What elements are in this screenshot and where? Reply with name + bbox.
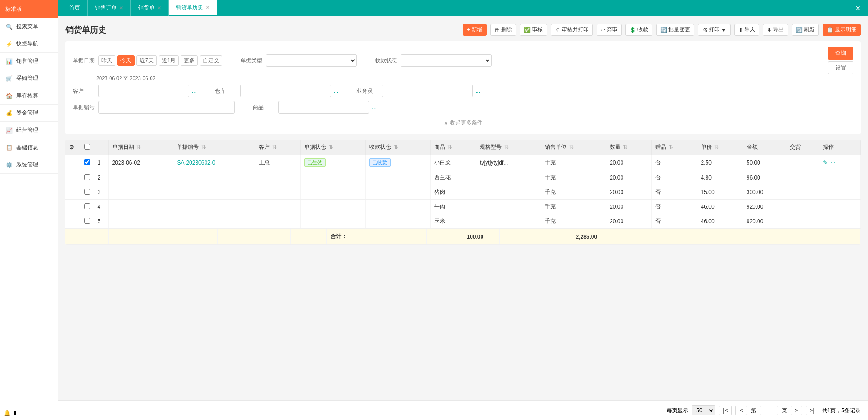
- audit-print-icon: 🖨: [555, 27, 560, 33]
- rownum-cell: 4: [94, 200, 108, 214]
- sidebar-item-finance[interactable]: 💰 资金管理: [0, 105, 58, 122]
- sidebar-item-inventory[interactable]: 🏠 库存核算: [0, 87, 58, 105]
- docno-cell[interactable]: [173, 170, 255, 185]
- sidebar-item-purchase[interactable]: 🛒 采购管理: [0, 70, 58, 87]
- sidebar-bottom-icon2[interactable]: ⏸: [12, 410, 18, 416]
- audit-button[interactable]: ✅ 审核: [520, 24, 547, 36]
- settings-cell: [65, 214, 80, 229]
- staff-input[interactable]: [382, 85, 473, 97]
- batch-change-button[interactable]: 🔄 批量变更: [656, 24, 694, 36]
- staff-picker-icon[interactable]: ...: [476, 88, 480, 94]
- date-btn-yesterday[interactable]: 昨天: [98, 55, 115, 66]
- customer-input[interactable]: [98, 85, 189, 97]
- abandon-button[interactable]: ↩ 弃审: [597, 24, 622, 36]
- next-page-button[interactable]: >: [791, 406, 802, 415]
- sidebar-item-search-menu[interactable]: 🔍 搜索菜单: [0, 18, 58, 35]
- warehouse-picker-icon[interactable]: ...: [334, 88, 338, 94]
- date-btn-1month[interactable]: 近1月: [159, 55, 179, 66]
- warehouse-input[interactable]: [240, 85, 331, 97]
- select-all-checkbox[interactable]: [84, 144, 90, 150]
- page-number-input[interactable]: 1: [760, 406, 778, 415]
- customer-cell: 王总: [255, 155, 301, 170]
- action-cell: [819, 214, 861, 229]
- query-button[interactable]: 查询: [828, 47, 853, 60]
- docno-cell[interactable]: [173, 214, 255, 229]
- docstatus-cell: [301, 214, 366, 229]
- spec-col-header[interactable]: 规格型号 ⇅: [476, 140, 541, 155]
- docno-col-header[interactable]: 单据编号 ⇅: [173, 140, 255, 155]
- sidebar-item-basic[interactable]: 📋 基础信息: [0, 139, 58, 156]
- filter-date: 单据日期 昨天 今天 近7天 近1月 更多 自定义: [73, 55, 222, 66]
- collect-button[interactable]: 💲 收款: [625, 24, 652, 36]
- new-button[interactable]: + 新增: [463, 24, 487, 36]
- refresh-button[interactable]: 🔃 刷新: [792, 24, 819, 36]
- goods-label: 商品: [253, 104, 276, 111]
- show-detail-button[interactable]: 📋 显示明细: [823, 24, 861, 36]
- collapse-button[interactable]: ∧ 收起更多条件: [73, 117, 853, 129]
- row-checkbox-cell[interactable]: [80, 200, 94, 214]
- unit-col-header[interactable]: 销售单位 ⇅: [541, 140, 606, 155]
- row-checkbox-cell[interactable]: [80, 155, 94, 170]
- tab-home[interactable]: 首页: [62, 0, 88, 16]
- collect-status-select[interactable]: [401, 54, 492, 67]
- row-checkbox[interactable]: [84, 159, 90, 165]
- audit-print-button[interactable]: 🖨 审核并打印: [551, 24, 593, 36]
- customer-col-header[interactable]: 客户 ⇅: [255, 140, 301, 155]
- date-col-header[interactable]: 单据日期 ⇅: [108, 140, 173, 155]
- sidebar-item-quick-nav[interactable]: ⚡ 快捷导航: [0, 35, 58, 53]
- doc-type-select[interactable]: [266, 54, 357, 67]
- tab-sales-delivery[interactable]: 销货单 ✕: [131, 0, 169, 16]
- goods-input[interactable]: [278, 101, 369, 114]
- date-btn-today[interactable]: 今天: [117, 55, 135, 66]
- first-page-button[interactable]: |<: [719, 406, 732, 415]
- docno-cell[interactable]: [173, 200, 255, 214]
- tab-sales-history[interactable]: 销货单历史 ✕: [169, 0, 217, 16]
- tab-sales-order[interactable]: 销售订单 ✕: [88, 0, 131, 16]
- search-icon: 🔍: [5, 23, 13, 30]
- gift-col-header[interactable]: 赠品 ⇅: [652, 140, 697, 155]
- docstatus-col-header[interactable]: 单据状态 ⇅: [301, 140, 366, 155]
- collectstatus-col-header[interactable]: 收款状态 ⇅: [366, 140, 431, 155]
- prev-page-button[interactable]: <: [735, 406, 747, 415]
- page-title: 销货单历史: [65, 25, 106, 35]
- export-button[interactable]: ⬇ 导出: [763, 24, 788, 36]
- edit-link[interactable]: ✎: [823, 160, 828, 166]
- row-checkbox-cell[interactable]: [80, 185, 94, 200]
- print-button[interactable]: 🖨 打印 ▼: [698, 24, 731, 36]
- tab-sales-history-close[interactable]: ✕: [206, 5, 210, 10]
- date-btn-more[interactable]: 更多: [181, 55, 198, 66]
- filter-warehouse: 仓库 ...: [215, 85, 338, 97]
- last-page-button[interactable]: >|: [806, 406, 818, 415]
- row-checkbox-cell[interactable]: [80, 170, 94, 185]
- settings-col-header[interactable]: ⚙: [65, 140, 80, 155]
- window-close-icon[interactable]: ✕: [855, 5, 864, 12]
- tab-sales-delivery-close[interactable]: ✕: [157, 5, 161, 10]
- docno-cell[interactable]: [173, 185, 255, 200]
- docno-cell[interactable]: SA-20230602-0: [173, 155, 255, 170]
- tab-sales-order-close[interactable]: ✕: [120, 5, 123, 10]
- sidebar-item-operation[interactable]: 📈 经营管理: [0, 122, 58, 139]
- price-col-header[interactable]: 单价 ⇅: [697, 140, 743, 155]
- row-checkbox[interactable]: [84, 203, 90, 209]
- settings-button[interactable]: 设置: [828, 61, 853, 74]
- goods-col-header[interactable]: 商品 ⇅: [431, 140, 476, 155]
- row-checkbox[interactable]: [84, 174, 90, 180]
- row-checkbox[interactable]: [84, 218, 90, 224]
- more-link[interactable]: ⋯: [830, 160, 836, 166]
- row-checkbox-cell[interactable]: [80, 214, 94, 229]
- doc-no-input[interactable]: [98, 101, 235, 114]
- trade-cell: [786, 155, 819, 170]
- sidebar-bottom-icon1[interactable]: 🔔: [4, 410, 10, 416]
- date-btn-7days[interactable]: 近7天: [136, 55, 157, 66]
- import-button[interactable]: ⬆ 导入: [734, 24, 759, 36]
- amount-cell: 300.00: [743, 185, 786, 200]
- customer-picker-icon[interactable]: ...: [192, 88, 196, 94]
- qty-col-header[interactable]: 数量 ⇅: [606, 140, 652, 155]
- sidebar-item-system[interactable]: ⚙️ 系统管理: [0, 156, 58, 174]
- sidebar-item-sales[interactable]: 📊 销售管理: [0, 53, 58, 70]
- per-page-select[interactable]: 50 100: [692, 405, 715, 415]
- delete-button[interactable]: 🗑 删除: [490, 24, 516, 36]
- date-btn-custom[interactable]: 自定义: [200, 55, 222, 66]
- goods-picker-icon[interactable]: ...: [372, 104, 376, 110]
- row-checkbox[interactable]: [84, 189, 90, 195]
